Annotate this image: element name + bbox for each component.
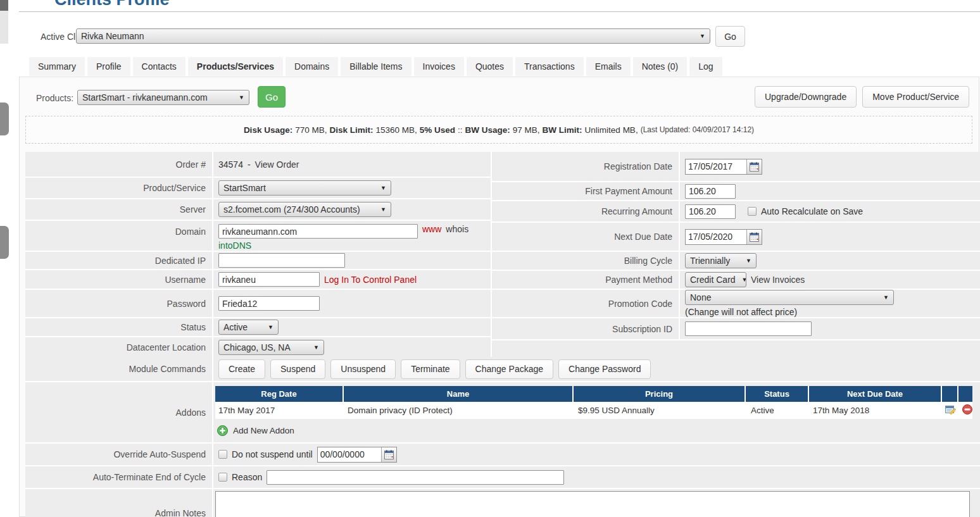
server-row: Server s2.fcomet.com (274/300 Accounts) … [25,199,491,221]
tab-contacts[interactable]: Contacts [133,57,185,76]
bw-limit-value: Unlimited MB, [585,125,638,135]
tab-products-services[interactable]: Products/Services [188,57,283,76]
override-auto-suspend-checkbox[interactable] [218,450,227,459]
chevron-down-icon: ▼ [700,33,705,39]
chevron-down-icon: ▼ [883,294,889,301]
tab-domains[interactable]: Domains [286,57,338,76]
view-order-link[interactable]: View Order [255,159,299,170]
module-command-buttons: Create Suspend Unsuspend Terminate Chang… [218,359,651,379]
auto-terminate-row: Auto-Terminate End of Cycle Reason [25,466,980,489]
server-label: Server [25,204,212,215]
suspend-button[interactable]: Suspend [270,359,325,379]
sidebar-handle [0,226,9,259]
calendar-icon[interactable] [746,230,762,244]
disk-limit-label: Disk Limit: [329,125,373,135]
auto-terminate-checkbox[interactable] [218,473,227,482]
status-select[interactable]: Active ▼ [218,320,279,335]
page-title: Clients Profile [54,0,170,9]
addon-reg-date: 17th May 2017 [215,402,344,419]
password-input[interactable] [218,296,320,311]
upgrade-downgrade-button[interactable]: Upgrade/Downgrade [755,86,857,108]
reason-input[interactable] [267,470,564,485]
tab-log[interactable]: Log [689,57,722,76]
registration-date-field [685,159,762,175]
reason-label: Reason [232,472,262,482]
datacenter-label: Datacenter Location [25,342,212,352]
suspend-until-input[interactable] [318,447,381,462]
disk-usage-label: Disk Usage: [244,125,292,135]
datacenter-select[interactable]: Chicago, US, NA ▼ [218,340,324,355]
auto-recalculate-checkbox[interactable] [748,207,757,216]
tab-transactions[interactable]: Transactions [515,57,584,76]
addons-label: Addons [25,408,212,418]
override-auto-suspend-row: Override Auto-Suspend Do not suspend unt… [25,444,980,466]
addons-table: Reg Date Name Pricing Status Next Due Da… [215,386,972,419]
client-tabs: Summary Profile Contacts Products/Servic… [29,57,722,76]
login-control-panel-link[interactable]: Log In To Control Panel [324,275,417,285]
terminate-button[interactable]: Terminate [401,359,460,379]
module-commands-row: Module Commands Create Suspend Unsuspend… [25,357,980,382]
products-select[interactable]: StartSmart - rivkaneumann.com ▼ [77,90,249,105]
domain-input[interactable] [218,224,418,239]
username-input[interactable] [218,272,320,287]
server-value: s2.fcomet.com (274/300 Accounts) [223,204,360,215]
subscription-id-input[interactable] [685,321,812,336]
tab-invoices[interactable]: Invoices [414,57,464,76]
status-row: Status Active ▼ [25,318,491,337]
tab-quotes[interactable]: Quotes [467,57,513,76]
recurring-amount-row: Recurring Amount Auto Recalculate on Sav… [492,201,980,223]
order-label: Order # [25,159,212,170]
intodns-link[interactable]: intoDNS [218,240,251,251]
next-due-date-input[interactable] [686,230,746,244]
add-new-addon-button[interactable]: Add New Addon [217,425,980,436]
usage-summary: Disk Usage: 770 MB, Disk Limit: 15360 MB… [25,116,972,144]
edit-addon-icon[interactable] [945,404,956,416]
chevron-down-icon: ▼ [742,277,746,283]
registration-date-row: Registration Date [492,152,980,182]
product-service-row: Product/Service StartSmart ▼ [25,178,491,199]
active-client-select[interactable]: Rivka Neumann ▼ [76,28,710,44]
active-client-go-button[interactable]: Go [715,26,745,47]
tab-summary[interactable]: Summary [29,57,85,76]
view-invoices-link[interactable]: View Invoices [751,275,805,285]
disk-usage-value: 770 MB, [295,125,327,135]
tab-emails[interactable]: Emails [586,57,631,76]
delete-addon-icon[interactable] [962,404,972,416]
addon-next-due: 17th May 2018 [809,402,942,419]
addons-header-name: Name [344,386,574,402]
change-package-button[interactable]: Change Package [465,359,553,379]
promotion-code-select[interactable]: None ▼ [685,290,894,305]
registration-date-input[interactable] [686,159,746,174]
whois-link[interactable]: whois [446,224,468,234]
payment-method-select[interactable]: Credit Card ▼ [685,272,746,287]
addon-status: Active [746,402,809,419]
billing-cycle-value: Triennially [690,256,730,266]
products-go-button[interactable]: Go [258,86,286,108]
product-service-select[interactable]: StartSmart ▼ [218,180,391,196]
tab-notes[interactable]: Notes (0) [633,57,688,76]
calendar-icon[interactable] [746,159,762,174]
tab-profile[interactable]: Profile [87,57,130,76]
tab-billable-items[interactable]: Billable Items [341,57,411,76]
auto-recalculate-label: Auto Recalculate on Save [761,206,863,216]
server-select[interactable]: s2.fcomet.com (274/300 Accounts) ▼ [218,202,391,217]
first-payment-label: First Payment Amount [492,186,679,196]
change-password-button[interactable]: Change Password [558,359,651,379]
active-client-value: Rivka Neumann [81,31,144,41]
dedicated-ip-input[interactable] [218,253,345,268]
billing-cycle-select[interactable]: Triennially ▼ [685,253,757,268]
first-payment-row: First Payment Amount [492,182,980,201]
recurring-amount-input[interactable] [685,204,736,219]
www-link[interactable]: www [422,224,441,234]
create-button[interactable]: Create [218,359,265,379]
promotion-code-row: Promotion Code None ▼ (Change will not a… [492,290,980,318]
order-row: Order # 34574 - View Order [25,152,491,178]
unsuspend-button[interactable]: Unsuspend [330,359,396,379]
first-payment-input[interactable] [685,184,736,199]
move-product-service-button[interactable]: Move Product/Service [862,86,969,108]
admin-notes-textarea[interactable] [215,491,970,517]
admin-notes-label: Admin Notes [25,489,212,517]
addon-table-row: 17th May 2017 Domain privacy (ID Protect… [215,402,972,419]
sidebar-edge-artifact [0,11,8,44]
calendar-icon[interactable] [381,447,396,462]
